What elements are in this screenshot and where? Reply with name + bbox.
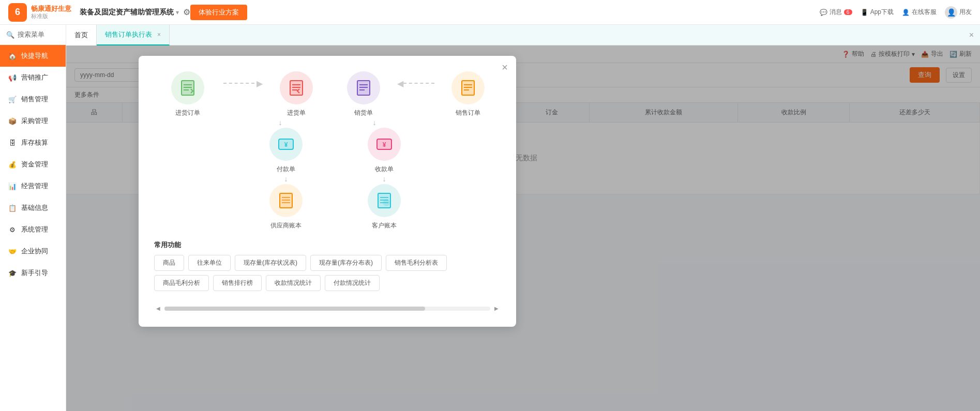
flow-row-3: ¥ 付款单 ¥	[154, 128, 501, 174]
flow-node-payment: ¥ 付款单	[252, 128, 320, 174]
tab-sales-order[interactable]: 销售订单执行表 ×	[97, 25, 170, 45]
supplier-circle[interactable]	[269, 184, 303, 217]
flow-node-purchase-bill: 进货单	[263, 71, 330, 117]
sidebar-item-operations[interactable]: 📊 经营管理	[0, 175, 66, 197]
brand-name: 畅康通好生意	[31, 5, 71, 13]
sales-order-circle[interactable]	[451, 71, 485, 104]
sidebar-item-basic[interactable]: 📋 基础信息	[0, 197, 66, 219]
try-button[interactable]: 体验行业方案	[190, 5, 247, 20]
func-btn-2[interactable]: 现存量(库存状况表)	[235, 255, 306, 271]
sidebar-item-enterprise[interactable]: 🤝 企业协同	[0, 240, 66, 262]
flow-node-purchase-order: 进货订单	[154, 71, 221, 117]
flow-row-1: 进货订单 ▶	[154, 71, 501, 117]
popup-close-button[interactable]: ×	[502, 62, 508, 72]
avatar-icon: 👤	[945, 6, 957, 19]
tab-home[interactable]: 首页	[66, 25, 97, 45]
dropdown-arrow[interactable]: ▾	[176, 9, 179, 16]
svg-point-36	[383, 200, 389, 206]
phone-icon: 📱	[861, 9, 868, 16]
flow-node-sales-bill: 销货单	[330, 71, 397, 117]
logo-icon: 6	[8, 3, 27, 22]
sidebar-item-guide[interactable]: 🎓 新手引导	[0, 262, 66, 284]
sidebar-item-purchase[interactable]: 📦 采购管理	[0, 110, 66, 132]
sidebar-item-finance[interactable]: 💰 资金管理	[0, 154, 66, 175]
flow-node-sales-order: 销售订单	[434, 71, 502, 117]
flow-col-sales-bill: 销货单	[330, 71, 397, 117]
operations-icon: 📊	[8, 181, 17, 191]
user-menu[interactable]: 👤 用友	[945, 6, 972, 19]
flow-col-receipt: ¥ 收款单	[351, 128, 418, 174]
purchase-order-circle[interactable]	[171, 71, 204, 104]
sales-icon: 🛒	[8, 95, 17, 104]
flow-row-2-arrows: ↓ ↓	[154, 118, 501, 127]
scroll-thumb[interactable]	[164, 307, 425, 311]
purchase-order-label: 进货订单	[175, 109, 200, 117]
sidebar-search[interactable]: 🔍 搜索菜单	[0, 25, 66, 45]
brand-sub: 标准版	[31, 13, 71, 20]
supplier-label: 供应商账本	[270, 221, 301, 230]
marketing-icon: 📢	[8, 73, 17, 82]
message-btn[interactable]: 💬 消息 6	[820, 8, 852, 17]
guide-icon: 🎓	[8, 268, 17, 278]
sales-order-label: 销售订单	[456, 109, 480, 117]
sales-bill-circle[interactable]	[347, 71, 380, 104]
flow-row-5: 供应商账本 客户账本	[154, 184, 501, 230]
popup-scroll: ◀ ▶	[154, 299, 501, 311]
sidebar-item-sales[interactable]: 🛒 销售管理	[0, 88, 66, 110]
payment-label: 付款单	[277, 165, 295, 174]
common-functions: 常用功能 商品 往来单位 现存量(库存状况表) 现存量(库存分布表) 销售毛利分…	[154, 240, 501, 291]
sidebar-item-inventory[interactable]: 🗄 库存核算	[0, 132, 66, 154]
purchase-bill-label: 进货单	[287, 109, 306, 117]
arrow-2: ◀	[397, 71, 434, 88]
message-badge: 6	[844, 9, 852, 15]
close-all-button[interactable]: ×	[969, 31, 974, 39]
svg-text:¥: ¥	[383, 141, 386, 148]
online-service-btn[interactable]: 👤 在线客服	[902, 8, 937, 17]
sidebar: 🔍 搜索菜单 🏠 快捷导航 📢 营销推广 🛒 销售管理 📦 采购管理 🗄	[0, 25, 66, 411]
purchase-bill-circle[interactable]	[280, 71, 313, 104]
func-btn-5[interactable]: 商品毛利分析	[154, 275, 209, 291]
func-btn-7[interactable]: 收款情况统计	[266, 275, 321, 291]
func-btn-4[interactable]: 销售毛利分析表	[386, 255, 447, 271]
system-icon: ⚙	[8, 225, 17, 234]
enterprise-icon: 🤝	[8, 247, 17, 256]
svg-text:¥: ¥	[284, 141, 288, 148]
tabs-end: ×	[969, 31, 980, 40]
func-btn-3[interactable]: 现存量(库存分布表)	[310, 255, 382, 271]
func-buttons: 商品 往来单位 现存量(库存状况表) 现存量(库存分布表) 销售毛利分析表 商品…	[154, 255, 501, 291]
payment-circle[interactable]: ¥	[269, 128, 303, 161]
flow-col-left: 进货订单	[154, 71, 221, 117]
func-btn-8[interactable]: 付款情况统计	[325, 275, 380, 291]
popup-overlay[interactable]: × 进货订单	[66, 45, 980, 411]
finance-icon: 💰	[8, 160, 17, 169]
tab-close-icon[interactable]: ×	[157, 31, 161, 38]
receipt-label: 收款单	[375, 165, 394, 174]
top-bar-right: 💬 消息 6 📱 App下载 👤 在线客服 👤 用友	[820, 6, 972, 19]
flow-node-supplier: 供应商账本	[252, 184, 320, 230]
customer-circle[interactable]	[368, 184, 401, 217]
content-area: 首页 销售订单执行表 × × ❓ 帮助	[66, 25, 980, 411]
sidebar-item-system[interactable]: ⚙ 系统管理	[0, 219, 66, 240]
scroll-left-arrow[interactable]: ◀	[154, 306, 162, 311]
arrow-1: ▶	[221, 71, 263, 96]
scroll-right-arrow[interactable]: ▶	[492, 306, 501, 311]
customer-label: 客户账本	[372, 221, 397, 230]
search-label: 搜索菜单	[18, 30, 44, 39]
settings-icon[interactable]: ⚙	[183, 7, 190, 17]
flow-node-receipt: ¥ 收款单	[351, 128, 418, 174]
func-btn-1[interactable]: 往来单位	[188, 255, 231, 271]
sales-bill-label: 销货单	[354, 109, 373, 117]
inventory-icon: 🗄	[8, 138, 17, 147]
func-btn-0[interactable]: 商品	[154, 255, 184, 271]
system-title: 装备及固定资产辅助管理系统	[80, 8, 174, 17]
sidebar-item-marketing[interactable]: 📢 营销推广	[0, 67, 66, 88]
main-content: ❓ 帮助 🖨 按模板打印 ▾ 📤 导出 🔄 刷新	[66, 45, 980, 411]
popup-box: × 进货订单	[139, 56, 516, 327]
receipt-circle[interactable]: ¥	[368, 128, 401, 161]
common-title: 常用功能	[154, 240, 501, 250]
app-download-btn[interactable]: 📱 App下载	[861, 8, 894, 17]
func-btn-6[interactable]: 销售排行榜	[213, 275, 262, 291]
sidebar-item-quick-nav[interactable]: 🏠 快捷导航	[0, 45, 66, 67]
service-icon: 👤	[902, 9, 910, 16]
flow-col-sales-order: 销售订单	[434, 71, 502, 117]
